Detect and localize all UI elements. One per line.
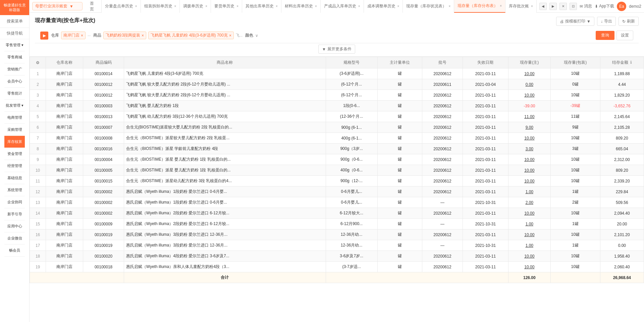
row-stock-main[interactable]: 0.00 — [508, 79, 550, 90]
row-stock-main-link[interactable]: 10.00 — [524, 136, 534, 141]
sidebar-item-wechat[interactable]: 企业微信 — [4, 232, 25, 245]
tab-other-out-history[interactable]: 其他出库单历史× — [242, 0, 281, 13]
row-stock-main[interactable]: 10.00 — [508, 154, 550, 165]
tab-cost-adjust-history[interactable]: 成本调整单历史× — [364, 0, 403, 13]
tab-close-split-disk-history[interactable]: × — [135, 4, 137, 8]
tab-close-dispatch-history[interactable]: × — [205, 4, 207, 8]
warehouse-tag-remove[interactable]: × — [81, 33, 83, 38]
username-label[interactable]: demo2 — [629, 4, 641, 9]
sidebar-item-ecommerce[interactable]: 电商管理 — [4, 112, 25, 124]
row-stock-main-link[interactable]: 1.00 — [526, 243, 533, 248]
row-stock-main[interactable]: 10.00 — [508, 68, 550, 79]
row-stock-main-link[interactable]: 1.00 — [526, 190, 533, 194]
tab-home[interactable]: 首页 — [86, 0, 102, 13]
row-stock-main-link[interactable]: 3.00 — [526, 147, 533, 151]
sidebar-item-purchase[interactable]: 采购管理 — [4, 124, 25, 136]
tab-stock-dist[interactable]: 现存量（库存分布表）× — [454, 0, 505, 13]
warehouse-tag[interactable]: 南岸门店 × — [61, 32, 86, 39]
app-download-btn[interactable]: ⬇ App下载 — [595, 3, 614, 9]
row-stock-main[interactable]: 10.00 — [508, 90, 550, 101]
goods-tag-1[interactable]: 飞鹤奶粉3段两提装 × — [103, 32, 146, 39]
row-stock-main[interactable]: 11.00 — [508, 111, 550, 122]
tab-close-goods-requisition-history[interactable]: × — [236, 4, 238, 8]
row-stock-main[interactable]: 9.00 — [508, 122, 550, 133]
filter-expand-btn[interactable]: ▶ — [40, 32, 48, 40]
goods-more[interactable]: 飞... — [236, 33, 243, 38]
row-stock-main-link[interactable]: 10.00 — [524, 265, 534, 269]
goods-tag-1-remove[interactable]: × — [142, 33, 144, 38]
tab-product-in-history[interactable]: 产成品入库单历史× — [321, 0, 364, 13]
row-stock-main-link[interactable]: 10.00 — [524, 93, 534, 98]
row-stock-main-link[interactable]: 10.00 — [524, 71, 534, 76]
tab-batch-voucher[interactable]: 库存批次账× — [505, 0, 537, 13]
sidebar-item-wholesale[interactable]: 批发管理 ▾ — [4, 100, 25, 112]
message-btn[interactable]: ✉ 消息 — [580, 3, 592, 9]
tab-close-stock-status[interactable]: × — [448, 4, 450, 8]
tab-next-btn[interactable]: ▶ — [549, 3, 557, 10]
user-avatar[interactable]: Ea — [617, 2, 626, 11]
tab-close-product-in-history[interactable]: × — [358, 4, 360, 8]
row-stock-main[interactable]: 1.00 — [508, 240, 550, 251]
sidebar-search[interactable]: 搜索菜单 — [0, 15, 29, 28]
row-stock-main-link[interactable]: 10.00 — [524, 211, 534, 216]
row-stock-main[interactable]: 10.00 — [508, 229, 550, 240]
row-stock-main[interactable]: 10.00 — [508, 176, 550, 186]
refresh-button[interactable]: ↻ 刷新 — [619, 17, 639, 26]
row-stock-main-link[interactable]: 1.00 — [526, 222, 533, 226]
row-stock-main-link[interactable]: 9.00 — [526, 125, 533, 130]
goods-tag-2-remove[interactable]: × — [229, 33, 231, 38]
export-button[interactable]: ↓ 导出 — [597, 17, 616, 26]
sidebar-item-vip[interactable]: 畅会员 — [4, 245, 25, 257]
row-stock-main[interactable]: 10.00 — [508, 165, 550, 176]
row-stock-main-link[interactable]: 10.00 — [524, 157, 534, 162]
tab-dispatch-history[interactable]: 调拨单历史× — [180, 0, 211, 13]
goods-tag-2[interactable]: 飞鹤星飞帆 儿童奶粉 4段(3-6岁适用) 700克 × — [148, 32, 234, 39]
sidebar-item-member-center[interactable]: 会员中心 — [4, 75, 25, 88]
sidebar-item-enterprise[interactable]: 企业协同 — [4, 196, 25, 208]
sidebar-item-marketing[interactable]: 营销推广 — [4, 63, 25, 75]
query-button[interactable]: 查询 — [596, 31, 614, 40]
tab-close-btn[interactable]: ✕ — [559, 3, 567, 10]
sidebar-item-finance[interactable]: 资金管理 — [4, 148, 25, 160]
sidebar-item-retail-stats[interactable]: 零售统计 — [4, 88, 25, 100]
row-stock-main[interactable]: 1.00 — [508, 186, 550, 197]
sidebar-item-inventory[interactable]: 库存核算 — [4, 136, 25, 148]
tab-close-disassemble-history[interactable]: × — [174, 4, 176, 8]
tab-close-cost-adjust-history[interactable]: × — [397, 4, 399, 8]
sidebar-item-retail-store[interactable]: 零售商城 — [4, 51, 25, 63]
balance-info-icon[interactable]: ℹ — [630, 60, 632, 65]
tab-stock-status[interactable]: 现存量（库存状况表）× — [403, 0, 454, 13]
row-stock-main[interactable]: 10.00 — [508, 251, 550, 262]
row-stock-main[interactable]: -39.00 — [508, 101, 550, 111]
tab-close-stock-dist[interactable]: × — [500, 4, 502, 8]
row-stock-main-link[interactable]: 10.00 — [524, 179, 534, 183]
tab-split-disk-history[interactable]: 分量盘点单历史× — [102, 0, 141, 13]
more-conditions-btn[interactable]: ▼ 展开更多条件 — [318, 45, 355, 54]
tab-material-out-history[interactable]: 材料出库单历史× — [281, 0, 321, 13]
tab-close-batch-voucher[interactable]: × — [531, 4, 533, 8]
tab-close-material-out-history[interactable]: × — [315, 4, 317, 8]
sidebar-item-system[interactable]: 系统管理 — [4, 184, 25, 196]
row-stock-main[interactable]: 3.00 — [508, 144, 550, 154]
row-stock-main-link[interactable]: 10.00 — [524, 254, 534, 259]
row-stock-main[interactable]: 10.00 — [508, 262, 550, 272]
tab-prev-btn[interactable]: ◀ — [539, 3, 547, 10]
row-stock-main-link[interactable]: 10.00 — [524, 168, 534, 173]
sidebar-item-basic-info[interactable]: 基础信息 — [4, 172, 25, 184]
account-dropdown[interactable]: 母婴行业演示账套 ▼ — [32, 2, 83, 10]
sidebar-logo[interactable]: 畅捷通好生意 标题版 — [0, 0, 29, 15]
row-stock-main[interactable]: 2.00 — [508, 197, 550, 208]
row-stock-main-link[interactable]: 11.00 — [524, 114, 534, 119]
row-stock-main-link[interactable]: 0.00 — [526, 82, 533, 87]
tab-close-other-out-history[interactable]: × — [276, 4, 278, 8]
print-button[interactable]: 🖨 按模板打印 ▼ — [556, 17, 594, 26]
tab-goods-requisition-history[interactable]: 要货单历史× — [211, 0, 242, 13]
tab-expand-btn[interactable]: ⊡ — [570, 3, 577, 10]
sidebar-item-app-center[interactable]: 应用中心 — [4, 220, 25, 232]
sidebar-item-guide[interactable]: 新手引导 — [4, 208, 25, 220]
row-stock-main-link[interactable]: 10.00 — [524, 232, 534, 237]
row-stock-main[interactable]: 1.00 — [508, 219, 550, 229]
sidebar-quick-nav[interactable]: 快捷导航 — [0, 28, 29, 39]
row-stock-main[interactable]: 10.00 — [508, 208, 550, 219]
row-stock-main-link[interactable]: 2.00 — [526, 200, 533, 205]
